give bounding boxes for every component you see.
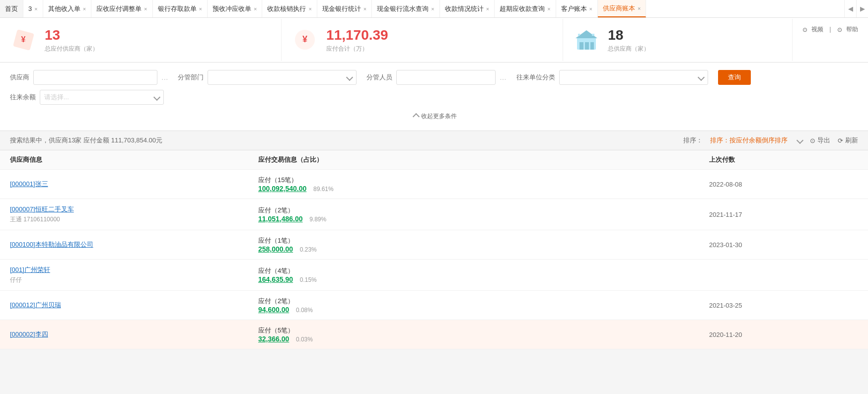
close-overdue-icon[interactable]: × — [547, 6, 550, 12]
col-header-last-payment: 上次付数 — [709, 155, 858, 164]
query-button[interactable]: 查询 — [718, 70, 751, 85]
help-icon: ⊙ — [837, 26, 842, 33]
last-payment-cell: 2022-08-08 — [709, 181, 858, 188]
nav-prepay-offset[interactable]: 预收冲应收单 × — [208, 0, 262, 17]
nav-ar-ap-adjust[interactable]: 应收应付调整单 × — [91, 0, 152, 17]
supplier-label: 供应商 — [10, 73, 29, 82]
nav-prev-arrow[interactable]: ◀ — [844, 0, 856, 18]
nav-customer-ledger-label: 客户账本 — [561, 4, 587, 13]
stat-number-total: 18 — [608, 27, 650, 44]
transaction-amount[interactable]: 100,092,540.00 — [258, 185, 306, 193]
close-ar-ap-icon[interactable]: × — [144, 6, 147, 12]
result-actions: 排序： 排序：按应付余额倒序排序 ⊙ 导出 ⟳ 刷新 — [683, 136, 858, 145]
shop-icon — [573, 26, 600, 54]
transaction-label: 应付（15笔） — [258, 176, 297, 184]
amount-icon: ¥ — [291, 26, 319, 54]
close-receipt-verify-icon[interactable]: × — [308, 6, 311, 12]
supplier-input[interactable] — [33, 70, 157, 85]
sort-select[interactable]: 排序：按应付余额倒序排序 — [710, 136, 788, 145]
close-other-income-icon[interactable]: × — [83, 6, 86, 12]
close-bank-icon[interactable]: × — [199, 6, 202, 12]
supplier-dots[interactable]: ... — [161, 73, 168, 82]
result-summary-bar: 搜索结果中，供应商13家 应付金额 111,703,854.00元 排序： 排序… — [0, 131, 868, 150]
transaction-amount[interactable]: 258,000.00 — [258, 245, 293, 253]
close-prepay-icon[interactable]: × — [254, 6, 257, 12]
stat-card-total: 18 总供应商（家） — [563, 19, 793, 61]
stat-number-amount: 11,170.39 — [326, 27, 388, 44]
stat-label-total: 总供应商（家） — [608, 45, 650, 53]
nav-tab3[interactable]: 3 × — [23, 0, 43, 17]
nav-next-arrow[interactable]: ▶ — [856, 0, 868, 18]
collapse-chevron-icon — [413, 113, 420, 120]
export-button[interactable]: ⊙ 导出 — [810, 136, 830, 145]
nav-supplier-ledger[interactable]: 供应商账本 × — [598, 0, 646, 17]
collapse-button[interactable]: 收起更多条件 — [409, 110, 459, 123]
supplier-link[interactable]: [000001]张三 — [10, 180, 48, 188]
nav-receipt-verify[interactable]: 收款核销执行 × — [262, 0, 317, 17]
supplier-link[interactable]: [000002]李四 — [10, 330, 48, 338]
supplier-info-cell: [000002]李四 — [10, 330, 258, 339]
transaction-info-cell: 应付（15笔） 100,092,540.00 89.61% — [258, 176, 709, 193]
nav-tab3-label: 3 — [28, 5, 32, 12]
category-select[interactable] — [559, 70, 708, 85]
stat-label-amount: 应付合计（万） — [326, 45, 388, 53]
nav-overdue-query[interactable]: 超期应收款查询 × — [495, 0, 556, 17]
nav-bank-deposit[interactable]: 银行存取款单 × — [153, 0, 208, 17]
svg-rect-6 — [585, 42, 589, 50]
transaction-info-cell: 应付（2笔） 11,051,486.00 9.89% — [258, 206, 709, 223]
stat-card-amount: ¥ 11,170.39 应付合计（万） — [282, 19, 563, 61]
dept-chevron-icon — [346, 74, 353, 81]
transaction-amount[interactable]: 94,600.00 — [258, 306, 289, 314]
table-row: [001]广州荣轩 仔仔 应付（4笔） 164,635.90 0.15% — [0, 260, 868, 291]
refresh-button[interactable]: ⟳ 刷新 — [838, 136, 858, 145]
nav-receipt-stats[interactable]: 收款情况统计 × — [440, 0, 495, 17]
nav-customer-ledger[interactable]: 客户账本 × — [556, 0, 598, 17]
supplier-sub: 王通 17106110000 — [10, 215, 258, 224]
top-navigation: 首页 3 × 其他收入单 × 应收应付调整单 × 银行存取款单 × 预收冲应收单… — [0, 0, 868, 18]
person-dots[interactable]: ... — [500, 73, 506, 82]
nav-ar-ap-adjust-label: 应收应付调整单 — [96, 4, 142, 13]
close-supplier-icon[interactable]: × — [638, 5, 641, 11]
transaction-amount[interactable]: 164,635.90 — [258, 275, 293, 283]
svg-text:¥: ¥ — [302, 34, 307, 44]
supplier-link[interactable]: [000100]本特勒油品有限公司 — [10, 241, 93, 248]
supplier-link[interactable]: [000007]恒旺二手叉车 — [10, 205, 74, 213]
supplier-link[interactable]: [001]广州荣轩 — [10, 266, 50, 273]
nav-overdue-label: 超期应收款查询 — [500, 4, 545, 13]
person-input[interactable] — [396, 70, 496, 85]
balance-select[interactable]: 请选择... — [40, 90, 164, 105]
balance-chevron-icon — [153, 94, 160, 101]
help-link[interactable]: 帮助 — [846, 25, 858, 34]
close-receipt-stats-icon[interactable]: × — [486, 6, 489, 12]
dept-select[interactable] — [208, 70, 357, 85]
video-link[interactable]: 视频 — [811, 25, 823, 34]
last-payment-cell: 2021-03-25 — [709, 302, 858, 309]
transaction-amount[interactable]: 32,366.00 — [258, 335, 289, 343]
transaction-amount[interactable]: 11,051,486.00 — [258, 215, 303, 223]
supplier-info-cell: [000001]张三 — [10, 180, 258, 189]
nav-cash-flow[interactable]: 现金银行流水查询 × — [372, 0, 439, 17]
supplier-link[interactable]: [000012]广州贝瑞 — [10, 301, 61, 309]
close-tab3-icon[interactable]: × — [34, 6, 37, 12]
nav-receipt-verify-label: 收款核销执行 — [267, 4, 306, 13]
refresh-label: 刷新 — [845, 136, 858, 145]
close-cash-flow-icon[interactable]: × — [431, 6, 434, 12]
close-customer-icon[interactable]: × — [589, 6, 592, 12]
person-label: 分管人员 — [366, 73, 392, 82]
table-body: [000001]张三 应付（15笔） 100,092,540.00 89.61%… — [0, 170, 868, 349]
nav-other-income[interactable]: 其他收入单 × — [43, 0, 91, 17]
transaction-info-cell: 应付（5笔） 32,366.00 0.03% — [258, 326, 709, 343]
transaction-percent: 0.23% — [300, 246, 317, 253]
nav-cash-bank-stats[interactable]: 现金银行统计 × — [317, 0, 372, 17]
table-row: [000012]广州贝瑞 应付（2笔） 94,600.00 0.08% 2021… — [0, 291, 868, 320]
close-cash-bank-icon[interactable]: × — [363, 6, 366, 12]
sort-label: 排序： — [683, 136, 703, 145]
balance-placeholder: 请选择... — [44, 93, 69, 102]
filter-row-2: 往来余额 请选择... — [10, 90, 858, 105]
filter-person: 分管人员 ... — [366, 70, 506, 85]
svg-text:¥: ¥ — [21, 35, 26, 44]
nav-home-label: 首页 — [5, 4, 18, 13]
nav-home[interactable]: 首页 — [0, 0, 23, 17]
svg-rect-10 — [592, 34, 594, 36]
table-row: [000007]恒旺二手叉车 王通 17106110000 应付（2笔） 11,… — [0, 199, 868, 230]
